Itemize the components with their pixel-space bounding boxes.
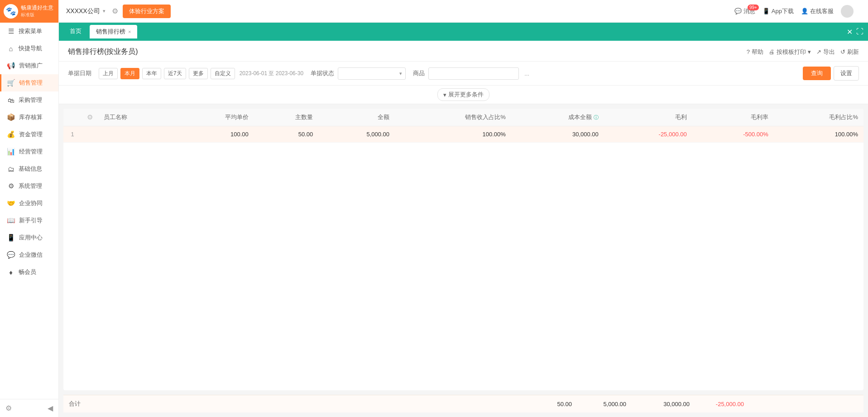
- sidebar-label-guide: 新手引导: [19, 216, 43, 225]
- sidebar-item-finance[interactable]: 💰资金管理: [0, 126, 58, 143]
- app-download-btn[interactable]: 📱 App下载: [762, 7, 794, 15]
- footer-amount: 5,000.00: [577, 401, 632, 407]
- filter-dates: 上月 本月 本年 近7天 更多 自定义 2023-06-01 至 2023-06…: [99, 68, 303, 79]
- th-cost: 成本全额 ⓘ: [511, 109, 604, 126]
- table-header-row: ⚙ 员工名称 平均单价 主数量 全额 销售收入占比% 成本全额 ⓘ 毛利 毛利率…: [63, 109, 863, 126]
- sidebar-item-system[interactable]: ⚙系统管理: [0, 177, 58, 195]
- tabbar-close-icon[interactable]: ✕: [847, 28, 853, 36]
- query-btn[interactable]: 查询: [803, 67, 831, 80]
- sidebar: 🐾 畅康通好生意 标准版 ☰搜索菜单⌂快捷导航📢营销推广🛒销售管理🛍采购管理📦库…: [0, 0, 59, 417]
- sidebar-icon-system: ⚙: [7, 182, 15, 190]
- service-icon: 👤: [801, 8, 808, 14]
- tab-home[interactable]: 首页: [63, 24, 88, 40]
- service-label: 在线客服: [810, 7, 834, 15]
- date-range-text: 2023-06-01 至 2023-06-30: [240, 70, 303, 77]
- sidebar-icon-purchase: 🛍: [7, 96, 15, 104]
- sidebar-item-member[interactable]: ♦畅会员: [0, 264, 58, 281]
- filter-bar: 单据日期 上月 本月 本年 近7天 更多 自定义 2023-06-01 至 20…: [59, 62, 868, 86]
- th-amount: 全额: [318, 109, 395, 126]
- service-btn[interactable]: 👤 在线客服: [801, 7, 834, 15]
- sidebar-collapse-icon[interactable]: ◀: [48, 404, 53, 412]
- sidebar-icon-base: 🗂: [7, 165, 15, 173]
- goods-more-icon[interactable]: ...: [524, 70, 529, 77]
- app-icon: 📱: [762, 8, 770, 14]
- sidebar-item-enterprise[interactable]: 🤝企业协同: [0, 195, 58, 212]
- sidebar-icon-finance: 💰: [7, 130, 15, 139]
- th-name: 员工名称: [98, 109, 176, 126]
- help-icon: ?: [747, 48, 750, 55]
- th-settings: ⚙: [82, 109, 98, 126]
- td-gross-pct: 100.00%: [774, 126, 863, 143]
- th-qty: 主数量: [254, 109, 318, 126]
- sidebar-icon-operation: 📊: [7, 148, 15, 156]
- tab-sales-rank[interactable]: 销售排行榜 ×: [90, 25, 137, 38]
- sidebar-icon-marketing: 📢: [7, 62, 15, 70]
- td-cost: 30,000.00: [511, 126, 604, 143]
- help-btn[interactable]: ? 帮助: [747, 48, 763, 56]
- filter-settings-btn[interactable]: 设置: [834, 66, 859, 81]
- footer-qty: 50.00: [523, 401, 577, 407]
- sidebar-item-purchase[interactable]: 🛍采购管理: [0, 91, 58, 109]
- sidebar-item-wechat[interactable]: 💬企业微信: [0, 246, 58, 264]
- tab-label: 销售排行榜: [96, 28, 125, 36]
- sidebar-label-purchase: 采购管理: [19, 96, 42, 104]
- last-month-btn[interactable]: 上月: [99, 68, 118, 79]
- th-avg-price: 平均单价: [176, 109, 254, 126]
- avatar[interactable]: [841, 5, 854, 18]
- th-gross-rate: 毛利率: [692, 109, 774, 126]
- sidebar-logo: 🐾 畅康通好生意 标准版: [0, 0, 58, 23]
- company-selector[interactable]: XXXXX公司 ▾: [66, 7, 106, 15]
- sidebar-item-operation[interactable]: 📊经营管理: [0, 143, 58, 160]
- footer-values: 50.00 5,000.00 30,000.00 -25,000.00: [105, 401, 858, 407]
- sidebar-item-base[interactable]: 🗂基础信息: [0, 160, 58, 177]
- sidebar-item-inventory[interactable]: 📦库存核算: [0, 109, 58, 126]
- footer-empty: [749, 401, 804, 407]
- col-settings-icon[interactable]: ⚙: [87, 113, 93, 121]
- sidebar-item-marketing[interactable]: 📢营销推广: [0, 57, 58, 74]
- date-label: 单据日期: [68, 69, 91, 77]
- exp-btn[interactable]: 体验行业方案: [123, 5, 171, 18]
- this-month-btn[interactable]: 本月: [120, 68, 139, 79]
- export-btn[interactable]: ↗ 导出: [816, 48, 835, 56]
- message-icon: 💬: [734, 8, 742, 14]
- sidebar-item-apps[interactable]: 📱应用中心: [0, 229, 58, 246]
- expand-btn[interactable]: ▾ 展开更多条件: [437, 88, 489, 101]
- sidebar-settings-icon[interactable]: ⚙: [5, 404, 12, 412]
- page-header: 销售排行榜(按业务员) ? 帮助 🖨 按模板打印 ▾ ↗ 导出 ↺ 刷新: [59, 41, 868, 62]
- sidebar-item-quick[interactable]: ⌂快捷导航: [0, 40, 58, 57]
- sidebar-label-quick: 快捷导航: [19, 44, 42, 53]
- print-btn[interactable]: 🖨 按模板打印 ▾: [769, 48, 811, 56]
- th-sales-pct: 销售收入占比%: [395, 109, 511, 126]
- td-gross-rate: -500.00%: [692, 126, 774, 143]
- topbar-gear-icon[interactable]: ⚙: [112, 7, 118, 15]
- main-content: XXXXX公司 ▾ ⚙ 体验行业方案 💬 消息 99+ 📱 App下载 👤 在线…: [59, 0, 868, 417]
- custom-btn[interactable]: 自定义: [211, 68, 235, 79]
- this-year-btn[interactable]: 本年: [142, 68, 161, 79]
- footer-empty2: [804, 401, 858, 407]
- status-filter: 单据状态: [311, 67, 406, 80]
- td-index: 1: [63, 126, 82, 143]
- expand-label: 展开更多条件: [448, 91, 484, 99]
- sidebar-label-system: 系统管理: [19, 182, 42, 190]
- sidebar-item-search[interactable]: ☰搜索菜单: [0, 23, 58, 40]
- table-area: ⚙ 员工名称 平均单价 主数量 全额 销售收入占比% 成本全额 ⓘ 毛利 毛利率…: [63, 109, 863, 390]
- message-btn[interactable]: 💬 消息 99+: [734, 7, 755, 15]
- footer-label: 合计: [69, 400, 105, 408]
- sidebar-item-sales[interactable]: 🛒销售管理: [0, 74, 58, 91]
- td-qty: 50.00: [254, 126, 318, 143]
- goods-input[interactable]: [428, 67, 519, 80]
- refresh-btn[interactable]: ↺ 刷新: [840, 48, 859, 56]
- th-gross: 毛利: [604, 109, 692, 126]
- tab-close-icon[interactable]: ×: [128, 29, 131, 34]
- goods-filter: 商品 ...: [413, 67, 529, 80]
- sidebar-footer: ⚙ ◀: [0, 399, 58, 417]
- status-select[interactable]: [338, 67, 406, 80]
- company-name: XXXXX公司: [66, 7, 100, 15]
- tabbar-expand-icon[interactable]: ⛶: [856, 28, 863, 36]
- last7-btn[interactable]: 近7天: [164, 68, 186, 79]
- sidebar-item-guide[interactable]: 📖新手引导: [0, 212, 58, 229]
- page-actions: ? 帮助 🖨 按模板打印 ▾ ↗ 导出 ↺ 刷新: [747, 48, 859, 56]
- tabbar: 首页 销售排行榜 × ✕ ⛶: [59, 23, 868, 41]
- more-btn[interactable]: 更多: [189, 68, 208, 79]
- sidebar-icon-inventory: 📦: [7, 113, 15, 121]
